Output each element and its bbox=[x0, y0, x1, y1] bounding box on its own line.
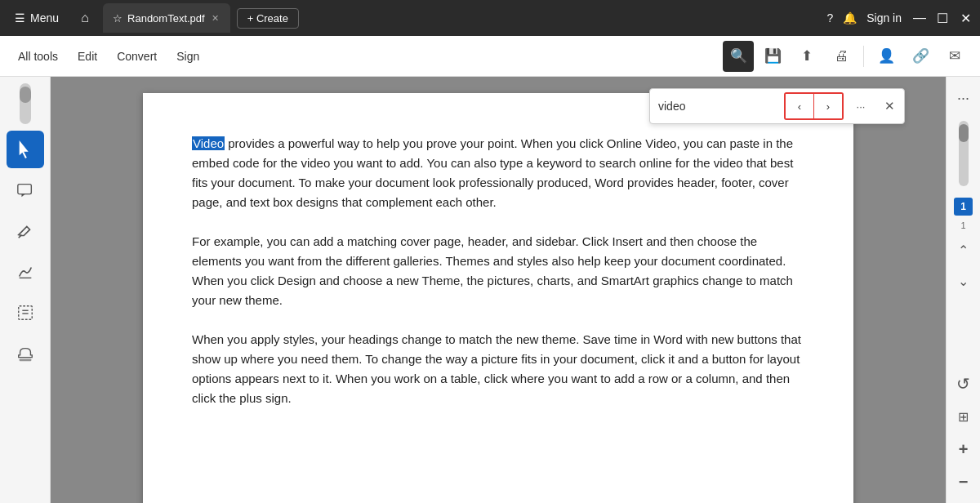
pen-icon bbox=[16, 222, 34, 240]
cursor-icon bbox=[16, 140, 34, 158]
rotate-button[interactable]: ↺ bbox=[949, 369, 978, 398]
share-button[interactable]: 👤 bbox=[871, 41, 902, 72]
close-icon: ✕ bbox=[884, 99, 895, 114]
sign-button[interactable]: Sign bbox=[168, 45, 207, 68]
help-icon[interactable]: ? bbox=[826, 11, 833, 24]
create-button[interactable]: + Create bbox=[237, 8, 299, 29]
scroll-down-button[interactable]: ⌄ bbox=[949, 266, 978, 296]
link-icon: 🔗 bbox=[912, 47, 929, 65]
page-number: 1 bbox=[960, 201, 966, 212]
all-tools-button[interactable]: All tools bbox=[10, 45, 66, 68]
zoom-in-icon: + bbox=[959, 440, 969, 459]
upload-button[interactable]: ⬆ bbox=[791, 41, 822, 72]
search-navigation-group: ‹ › bbox=[784, 92, 844, 120]
title-bar: ☰ Menu ⌂ ☆ RandomText.pdf ✕ + Create ? 🔔… bbox=[0, 0, 980, 36]
paragraph-1: Video provides a powerful way to help yo… bbox=[192, 134, 804, 212]
search-toolbar-button[interactable]: 🔍 bbox=[723, 41, 754, 72]
select-text-icon bbox=[16, 304, 34, 322]
stamp-tool-button[interactable] bbox=[7, 335, 44, 372]
signature-tool-button[interactable] bbox=[7, 253, 44, 291]
svg-rect-6 bbox=[19, 358, 31, 361]
search-prev-button[interactable]: ‹ bbox=[786, 94, 813, 118]
chevron-right-icon: › bbox=[826, 100, 830, 113]
paragraph-3-text: When you apply styles, your headings cha… bbox=[192, 332, 801, 405]
more-icon: ··· bbox=[857, 100, 866, 113]
page-number-box: 1 bbox=[954, 198, 973, 216]
more-options-button[interactable]: ··· bbox=[949, 83, 978, 113]
upload-icon: ⬆ bbox=[801, 47, 813, 65]
comment-tool-button[interactable] bbox=[7, 171, 44, 209]
svg-rect-3 bbox=[18, 306, 32, 320]
mail-button[interactable]: ✉ bbox=[939, 41, 970, 72]
search-next-button[interactable]: › bbox=[814, 94, 842, 118]
paragraph-3: When you apply styles, your headings cha… bbox=[192, 330, 804, 408]
paragraph-2-text: For example, you can add a matching cove… bbox=[192, 234, 793, 307]
paragraph-2: For example, you can add a matching cove… bbox=[192, 232, 804, 310]
scroll-bar-right[interactable] bbox=[959, 121, 969, 186]
page-count: 1 bbox=[960, 220, 965, 230]
toolbar-nav: All tools Edit Convert Sign bbox=[10, 45, 719, 68]
main-layout: ‹ › ··· ✕ Video provides a powerful way … bbox=[0, 77, 980, 503]
tab-star-icon: ☆ bbox=[113, 12, 122, 24]
fit-page-button[interactable]: ⊞ bbox=[949, 402, 978, 431]
tab-title: RandomText.pdf bbox=[127, 12, 205, 24]
paragraph-1-text: provides a powerful way to help you prov… bbox=[192, 136, 793, 209]
content-area: ‹ › ··· ✕ Video provides a powerful way … bbox=[51, 77, 946, 503]
sign-in-button[interactable]: Sign in bbox=[866, 11, 902, 24]
highlighted-word: Video bbox=[192, 136, 225, 150]
pdf-page: Video provides a powerful way to help yo… bbox=[143, 93, 853, 503]
home-button[interactable]: ⌂ bbox=[70, 3, 100, 33]
zoom-out-button[interactable]: − bbox=[949, 467, 978, 496]
zoom-in-button[interactable]: + bbox=[949, 434, 978, 464]
pen-tool-button[interactable] bbox=[7, 212, 44, 250]
cursor-tool-button[interactable] bbox=[7, 131, 44, 168]
svg-rect-0 bbox=[17, 185, 31, 194]
window-controls: — ☐ ✕ bbox=[911, 11, 973, 26]
select-tool-button[interactable] bbox=[7, 294, 44, 332]
hamburger-icon: ☰ bbox=[15, 11, 25, 24]
rotate-icon: ↺ bbox=[956, 374, 970, 394]
scroll-thumb-left bbox=[20, 87, 31, 103]
bell-icon[interactable]: 🔔 bbox=[843, 11, 857, 24]
share-icon: 👤 bbox=[878, 47, 895, 65]
search-more-button[interactable]: ··· bbox=[847, 94, 875, 118]
search-icon: 🔍 bbox=[730, 47, 747, 65]
title-bar-right: ? 🔔 Sign in bbox=[826, 11, 902, 24]
search-bar: ‹ › ··· ✕ bbox=[649, 88, 905, 124]
maximize-button[interactable]: ☐ bbox=[934, 11, 951, 26]
title-bar-left: ☰ Menu ⌂ ☆ RandomText.pdf ✕ + Create bbox=[7, 3, 823, 33]
toolbar-separator-1 bbox=[863, 46, 864, 67]
minimize-button[interactable]: — bbox=[911, 11, 928, 26]
save-icon: 💾 bbox=[764, 47, 782, 65]
close-button[interactable]: ✕ bbox=[957, 11, 973, 26]
scroll-up-button[interactable]: ⌃ bbox=[949, 235, 978, 265]
print-icon: 🖨 bbox=[835, 48, 849, 65]
print-button[interactable]: 🖨 bbox=[826, 41, 857, 72]
stamp-icon bbox=[16, 345, 34, 363]
comment-icon bbox=[16, 181, 34, 199]
toolbar-right: 🔍 💾 ⬆ 🖨 👤 🔗 ✉ bbox=[723, 41, 970, 72]
chevron-left-icon: ‹ bbox=[798, 100, 801, 113]
home-icon: ⌂ bbox=[81, 11, 89, 25]
pdf-tab[interactable]: ☆ RandomText.pdf ✕ bbox=[103, 3, 230, 33]
create-label: + Create bbox=[247, 12, 288, 24]
signature-icon bbox=[16, 263, 34, 281]
right-sidebar-bottom: ↺ ⊞ + − bbox=[949, 369, 978, 503]
convert-button[interactable]: Convert bbox=[109, 45, 165, 68]
up-chevron-icon: ⌃ bbox=[958, 243, 969, 258]
right-sidebar: ··· 1 1 ⌃ ⌄ ↺ ⊞ bbox=[946, 77, 980, 503]
zoom-out-icon: − bbox=[959, 473, 969, 492]
edit-button[interactable]: Edit bbox=[69, 45, 105, 68]
menu-label: Menu bbox=[30, 11, 59, 24]
tab-close-button[interactable]: ✕ bbox=[210, 11, 220, 25]
scroll-bar-left bbox=[20, 83, 31, 124]
save-button[interactable]: 💾 bbox=[757, 41, 788, 72]
menu-button[interactable]: ☰ Menu bbox=[7, 8, 67, 28]
search-input[interactable] bbox=[658, 100, 781, 113]
link-button[interactable]: 🔗 bbox=[905, 41, 936, 72]
left-sidebar bbox=[0, 77, 51, 503]
scroll-thumb-right bbox=[959, 124, 969, 142]
search-close-button[interactable]: ✕ bbox=[878, 95, 901, 118]
mail-icon: ✉ bbox=[949, 47, 960, 65]
right-sidebar-top: ··· 1 1 ⌃ ⌄ bbox=[949, 80, 978, 367]
